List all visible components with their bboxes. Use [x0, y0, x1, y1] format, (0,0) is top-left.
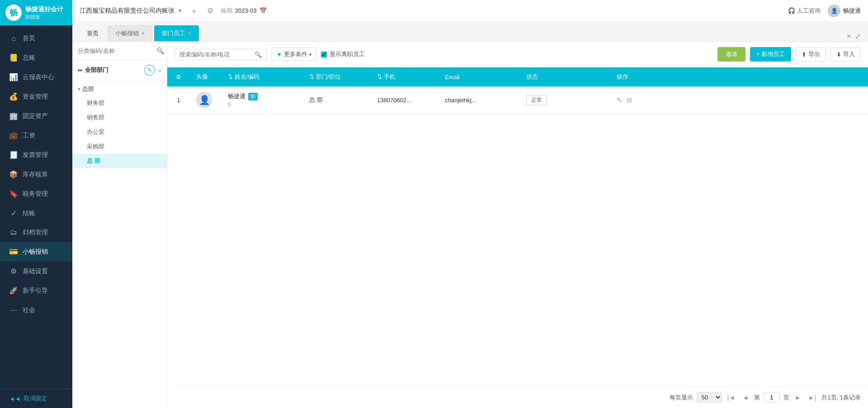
toolbar: 🔍 ▼ 更多条件 ▾ 显示离职员工 邀请 + 新增员工 ⬆ 导出	[167, 42, 868, 67]
sidebar-item-tax[interactable]: 🔖 税务管理	[0, 184, 72, 204]
all-dept-header: ▪▪ 全部部门 ✎ «	[72, 60, 167, 81]
sidebar-item-archive[interactable]: 🗂 归档管理	[0, 223, 72, 242]
employee-name: 畅捷通	[228, 92, 245, 100]
dept-item-office[interactable]: 办公室	[72, 125, 167, 139]
sidebar-item-inventory[interactable]: 📦 库存核算	[0, 165, 72, 184]
sidebar-item-assets[interactable]: 🏢 固定资产	[0, 106, 72, 126]
col-dept[interactable]: ⇅ 部门/职位	[303, 67, 371, 86]
tax-icon: 🔖	[9, 190, 18, 198]
sidebar-item-label: 结账	[23, 209, 35, 218]
sidebar-item-home[interactable]: ⌂ 首页	[0, 29, 72, 48]
col-email: Email	[439, 67, 520, 86]
sidebar-unpin[interactable]: ◄◄ 取消固定	[0, 389, 72, 408]
close-window-btn[interactable]: ×	[846, 32, 851, 41]
col-status: 状态	[520, 67, 610, 86]
sidebar-item-ledger[interactable]: 📒 总账	[0, 48, 72, 67]
app-name: 畅捷通好会计	[25, 5, 63, 13]
settings-button[interactable]: ⚙	[205, 5, 215, 17]
tab-home-label: 首页	[87, 29, 99, 38]
add-employee-button[interactable]: + 新增员工	[750, 47, 791, 62]
total-records: 共1页, 1条记录	[821, 394, 861, 402]
sidebar-item-label: 社会	[23, 306, 35, 314]
export-button[interactable]: ⬆ 导出	[796, 47, 826, 62]
calendar-icon[interactable]: 📅	[259, 7, 267, 14]
first-page-button[interactable]: |◄	[726, 393, 737, 402]
per-page-select[interactable]: 50 10 20 100	[697, 392, 722, 403]
support-button[interactable]: 🎧 人工咨询	[788, 7, 821, 15]
sidebar-item-label: 固定资产	[23, 112, 48, 120]
sidebar-item-invoice[interactable]: 🧾 发票管理	[0, 145, 72, 165]
add-tab-button[interactable]: ＋	[188, 4, 200, 18]
dept-search-input[interactable]	[78, 47, 154, 54]
row-email-cell: chanjethkj...	[439, 86, 520, 114]
tab-xiaochang-label: 小畅报销	[115, 29, 139, 38]
edit-button[interactable]: ✎	[617, 96, 622, 104]
guide-icon: 🚀	[9, 286, 18, 295]
dept-item-sales[interactable]: 销售部	[72, 110, 167, 125]
dept-item-finance[interactable]: 财务部	[72, 96, 167, 110]
col-settings[interactable]: ⚙	[167, 67, 190, 86]
invite-button[interactable]: 邀请	[717, 47, 745, 62]
show-resigned-toggle[interactable]: 显示离职员工	[321, 50, 365, 58]
employee-phone: 138070602...	[377, 97, 411, 104]
dept-search-button[interactable]: 🔍	[156, 47, 164, 54]
page-label: 页	[783, 394, 789, 402]
avatar-placeholder-icon: 👤	[831, 8, 838, 14]
col-phone[interactable]: ⇅ 手机	[371, 67, 439, 86]
headset-icon: 🎧	[788, 7, 795, 14]
sidebar-item-reports[interactable]: 📊 云报表中心	[0, 67, 72, 87]
basic-icon: ⚙	[9, 267, 18, 275]
logout-button[interactable]: ⊟	[627, 96, 632, 104]
employee-table: ⚙ 头像 ⇅ 姓名/编码 ⇅ 部门/职位 ⇅ 手机 Email	[167, 67, 868, 386]
logo-text-group: 畅捷通好会计 旗舰版	[25, 5, 63, 20]
sidebar-item-label: 资金管理	[23, 93, 48, 101]
import-button[interactable]: ⬇ 导入	[830, 47, 861, 62]
dept-root-group[interactable]: ▾ 总部	[72, 82, 167, 96]
dept-item-general[interactable]: 总 部	[72, 154, 167, 168]
sidebar-item-guide[interactable]: 🚀 新手引导	[0, 281, 72, 300]
sidebar-item-label: 发票管理	[23, 151, 48, 159]
sidebar-nav: ⌂ 首页 📒 总账 📊 云报表中心 💰 资金管理 🏢 固定资产 💼 工资 🧾 发…	[0, 25, 72, 389]
maximize-window-btn[interactable]: ⤢	[855, 32, 861, 41]
tab-xiaochang-close[interactable]: ×	[142, 30, 145, 37]
sidebar-item-xiaochang[interactable]: 💳 小畅报销	[0, 242, 72, 261]
filter-label: 更多条件	[284, 50, 307, 58]
tab-dept-employees[interactable]: 部门员工 ×	[154, 25, 199, 41]
reports-icon: 📊	[9, 73, 18, 81]
company-name: 江西服宝精品有限责任公司内账张	[80, 7, 175, 15]
sidebar-logo[interactable]: 畅 畅捷通好会计 旗舰版	[0, 0, 72, 25]
import-label: 导入	[843, 50, 855, 58]
sidebar-item-more[interactable]: ⋯ 社会	[0, 300, 72, 320]
unpin-icon: ◄◄	[9, 395, 21, 402]
tab-xiaochang[interactable]: 小畅报销 ×	[108, 25, 152, 41]
company-selector[interactable]: 江西服宝精品有限责任公司内账张 ▼	[80, 7, 183, 15]
sidebar-item-salary[interactable]: 💼 工资	[0, 126, 72, 145]
sidebar-item-close[interactable]: ✓ 结账	[0, 204, 72, 223]
inventory-icon: 📦	[9, 170, 18, 179]
employee-search-icon[interactable]: 🔍	[255, 51, 262, 58]
tab-home[interactable]: 首页	[80, 26, 106, 41]
employee-search-input[interactable]	[179, 51, 252, 58]
period-selector[interactable]: 账期 2023-03 📅	[221, 7, 267, 15]
dept-collapse-button[interactable]: «	[158, 66, 161, 74]
dept-edit-button[interactable]: ✎	[144, 65, 155, 76]
topbar-right: 🎧 人工咨询 👤 畅捷通	[788, 5, 861, 17]
dept-item-purchase[interactable]: 采购部	[72, 139, 167, 154]
sidebar-item-basic[interactable]: ⚙ 基础设置	[0, 261, 72, 281]
topbar: 江西服宝精品有限责任公司内账张 ▼ ＋ ⚙ 账期 2023-03 📅 🎧 人工咨…	[72, 0, 868, 22]
next-page-button[interactable]: ►	[793, 393, 803, 402]
row-dept-cell: 总 部	[303, 86, 371, 114]
page-number-input[interactable]	[764, 393, 780, 402]
left-panel: 🔍 ▪▪ 全部部门 ✎ « ▾ 总部 财务部 销售部 办公室 采购部 总 部	[72, 42, 167, 408]
sidebar-item-funds[interactable]: 💰 资金管理	[0, 87, 72, 106]
user-menu[interactable]: 👤 畅捷通	[828, 5, 861, 17]
close-accounts-icon: ✓	[9, 209, 18, 218]
last-page-button[interactable]: ►|	[807, 393, 818, 402]
prev-page-button[interactable]: ◄	[741, 393, 750, 402]
show-resigned-checkbox[interactable]	[321, 52, 327, 57]
col-name[interactable]: ⇅ 姓名/编码	[222, 67, 303, 86]
tab-dept-close[interactable]: ×	[188, 30, 191, 37]
more-filter-button[interactable]: ▼ 更多条件 ▾	[271, 47, 316, 61]
content-area: 🔍 ▪▪ 全部部门 ✎ « ▾ 总部 财务部 销售部 办公室 采购部 总 部	[72, 42, 868, 408]
employee-code: 0	[228, 101, 297, 108]
